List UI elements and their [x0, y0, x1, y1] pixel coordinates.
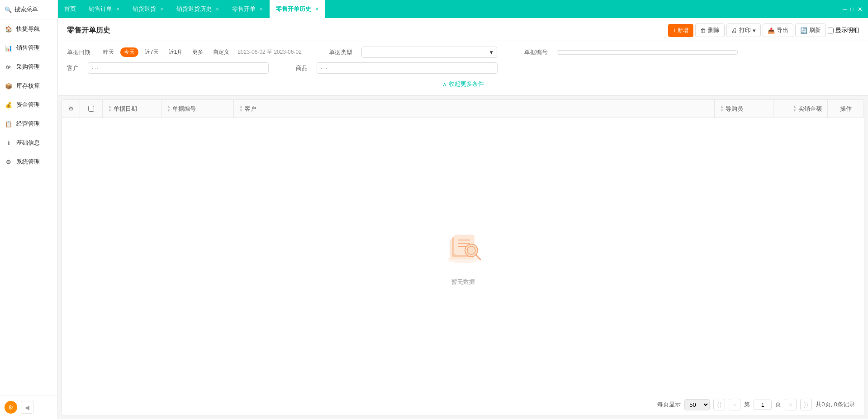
delete-button[interactable]: 🗑 删除	[695, 24, 725, 37]
delete-icon: 🗑	[700, 27, 706, 34]
last1m-shortcut[interactable]: 近1月	[165, 47, 186, 57]
yesterday-shortcut[interactable]: 昨天	[100, 47, 118, 57]
tab-sales-order[interactable]: 销售订单 ✕	[82, 0, 126, 18]
display-detail-checkbox[interactable]	[828, 28, 834, 33]
sidebar-item-system[interactable]: ⚙ 系统管理	[0, 152, 57, 171]
th-action: 操作	[828, 100, 864, 118]
customer-filter-label: 客户	[67, 64, 79, 72]
collapse-more-label: 收起更多条件	[449, 80, 484, 88]
th-bill-no-label: 单据编号	[172, 105, 196, 113]
window-max-button[interactable]: □	[850, 6, 854, 13]
info-icon: ℹ	[5, 139, 13, 147]
sidebar-item-finance[interactable]: 💰 资金管理	[0, 95, 57, 114]
th-settings[interactable]: ⚙	[62, 100, 80, 118]
today-shortcut[interactable]: 今天	[120, 47, 138, 57]
customer-filter-input[interactable]: ···	[88, 62, 269, 74]
tab-return-history-label: 销货退货历史	[176, 5, 212, 13]
goods-filter-input[interactable]: ···	[317, 62, 498, 74]
sidebar-item-quick-nav[interactable]: 🏠 快捷导航	[0, 19, 57, 38]
sidebar-item-inventory[interactable]: 📦 库存核算	[0, 76, 57, 95]
export-label: 导出	[777, 26, 788, 34]
collapse-more-button[interactable]: ∧ 收起更多条件	[67, 78, 859, 90]
next-page-button[interactable]: ＞	[785, 399, 797, 410]
type-filter-select[interactable]: ▾	[361, 47, 497, 58]
prev-page-button[interactable]: ＜	[729, 399, 740, 410]
first-page-button[interactable]: ⟨⟨	[713, 399, 725, 410]
settings-button[interactable]: ⚙	[5, 401, 17, 414]
system-icon: ⚙	[5, 158, 13, 166]
select-all-checkbox[interactable]	[88, 106, 94, 112]
sidebar-item-sales[interactable]: 📊 销售管理	[0, 38, 57, 57]
add-button[interactable]: + 新增	[668, 24, 693, 37]
display-detail-toggle[interactable]: 显示明细	[828, 26, 859, 34]
billno-sort[interactable]: ▲▼	[167, 105, 171, 113]
date-sort[interactable]: ▲▼	[108, 105, 112, 113]
sidebar-item-label: 基础信息	[16, 139, 40, 147]
bill-no-filter-input[interactable]	[557, 50, 738, 55]
window-min-button[interactable]: ─	[843, 6, 847, 13]
sidebar-item-ops[interactable]: 📋 经营管理	[0, 114, 57, 133]
tab-return[interactable]: 销货退货 ✕	[126, 0, 170, 18]
tab-retail-open-close[interactable]: ✕	[259, 6, 263, 12]
th-action-label: 操作	[840, 105, 852, 113]
refresh-button[interactable]: 🔄 刷新	[795, 24, 826, 37]
tab-return-label: 销货退货	[133, 5, 156, 13]
type-select-arrow: ▾	[490, 49, 493, 56]
th-customer: ▲▼ 客户	[234, 100, 715, 118]
collapse-arrow-icon: ∧	[442, 81, 447, 88]
th-customer-label: 客户	[245, 105, 256, 113]
last-page-button[interactable]: ⟩⟩	[800, 399, 812, 410]
date-filter-label: 单据日期	[67, 48, 90, 56]
th-checkbox[interactable]	[80, 100, 103, 118]
date-shortcuts: 昨天 今天 近7天 近1月 更多 自定义 2023-06-02 至 2023-0…	[100, 47, 302, 57]
per-page-select[interactable]: 50 10 20 100	[684, 399, 710, 410]
tab-return-history[interactable]: 销货退货历史 ✕	[170, 0, 226, 18]
content-area: 零售开单历史 + 新增 🗑 删除 🖨 打印 ▾ 📤 导出 🔄	[58, 18, 868, 419]
tab-retail-history[interactable]: 零售开单历史 ✕	[270, 0, 325, 18]
sidebar-item-label: 快捷导航	[16, 25, 40, 33]
page-number-input[interactable]	[754, 400, 772, 410]
export-button[interactable]: 📤 导出	[763, 24, 793, 37]
sidebar: 🔍 搜索采单 🏠 快捷导航 📊 销售管理 🛍 采购管理 📦 库存核算 💰 资金管…	[0, 0, 58, 419]
sidebar-search[interactable]: 🔍 搜索采单	[0, 0, 57, 19]
collapse-sidebar-button[interactable]: ◀	[21, 401, 33, 414]
print-button[interactable]: 🖨 打印 ▾	[726, 24, 761, 37]
filter-row-1: 单据日期 昨天 今天 近7天 近1月 更多 自定义 2023-06-02 至 2…	[67, 47, 859, 58]
page-prefix: 第	[744, 400, 750, 409]
sidebar-item-base[interactable]: ℹ 基础信息	[0, 133, 57, 152]
refresh-icon: 🔄	[800, 27, 807, 34]
custom-shortcut[interactable]: 自定义	[209, 47, 233, 57]
amount-sort[interactable]: ▲▼	[793, 105, 797, 113]
window-close-button[interactable]: ✕	[858, 6, 863, 13]
print-icon: 🖨	[731, 27, 737, 34]
tab-retail-open-label: 零售开单	[232, 5, 256, 13]
last7-shortcut[interactable]: 近7天	[141, 47, 162, 57]
tab-retail-open[interactable]: 零售开单 ✕	[226, 0, 270, 18]
th-amount: ▲▼ 实销金额	[773, 100, 828, 118]
table-area: ⚙ ▲▼ 单据日期 ▲▼ 单据编号	[62, 99, 864, 415]
th-amount-label: 实销金额	[798, 105, 822, 113]
box-icon: 📦	[5, 82, 13, 90]
tab-retail-history-close[interactable]: ✕	[315, 6, 319, 12]
filter-row-2: 客户 ··· 商品 ···	[67, 62, 859, 74]
date-range-display: 2023-06-02 至 2023-06-02	[237, 48, 301, 56]
sidebar-item-label: 销售管理	[16, 44, 40, 52]
more-shortcut[interactable]: 更多	[189, 47, 207, 57]
guide-sort[interactable]: ▲▼	[720, 105, 724, 113]
goods-filter-label: 商品	[296, 64, 308, 72]
gear-icon: ⚙	[8, 404, 14, 411]
tab-return-history-close[interactable]: ✕	[215, 6, 219, 12]
tab-return-close[interactable]: ✕	[160, 6, 164, 12]
tab-home[interactable]: 首页	[58, 0, 82, 18]
th-date: ▲▼ 单据日期	[103, 100, 161, 118]
customer-sort[interactable]: ▲▼	[239, 105, 243, 113]
window-controls: ─ □ ✕	[837, 6, 868, 13]
sidebar-item-label: 系统管理	[16, 158, 40, 166]
bag-icon: 🛍	[5, 63, 13, 71]
money-icon: 💰	[5, 101, 13, 109]
total-info: 共0页, 0条记录	[816, 400, 855, 409]
tab-sales-order-close[interactable]: ✕	[116, 6, 120, 12]
tab-home-label: 首页	[64, 5, 76, 13]
sidebar-item-purchase[interactable]: 🛍 采购管理	[0, 57, 57, 76]
ops-icon: 📋	[5, 120, 13, 128]
